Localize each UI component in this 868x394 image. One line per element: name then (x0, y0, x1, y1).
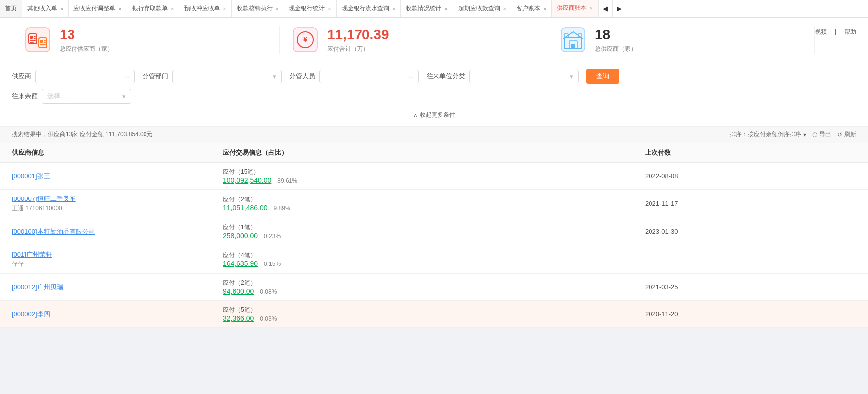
table-row[interactable]: [001]广州荣轩 仔仔 应付（4笔） 164,635.90 0.15% (0, 245, 868, 274)
table-row[interactable]: [000002]李四 应付（5笔） 32,366.00 0.03% 2020-1… (0, 301, 868, 328)
balance-label: 往来余额 (12, 92, 38, 101)
nav-tab-collection[interactable]: 收款核销执行 × (232, 0, 284, 18)
close-supplier-ledger[interactable]: × (589, 5, 592, 11)
table-row[interactable]: [000001]张三 应付（15笔） 100,092,540.00 89.61%… (0, 163, 868, 190)
refresh-button[interactable]: ↺ 刷新 (837, 131, 856, 139)
supplier-link-2[interactable]: [000100]本特勤油品有限公司 (12, 228, 95, 235)
tx-amount-1[interactable]: 11,051,486.00 (223, 204, 268, 212)
nav-tab-cash-flow-label: 现金银行流水查询 (342, 4, 389, 13)
tx-amount-2[interactable]: 258,000.00 (223, 232, 258, 240)
nav-tab-prepay[interactable]: 预收冲应收单 × (179, 0, 231, 18)
stat-number-total-payable: 11,170.39 (327, 26, 389, 43)
last-pay-4: 2021-03-25 (645, 283, 856, 291)
svg-rect-18 (571, 44, 575, 49)
nav-tab-supplier-ledger[interactable]: 供应商账本 × (552, 0, 598, 18)
col-header-tx: 应付交易信息（占比） (223, 148, 645, 157)
person-input[interactable]: ··· (319, 70, 419, 83)
supplier-link-0[interactable]: [000001]张三 (12, 172, 50, 180)
results-bar: 搜索结果中，供应商13家 应付金额 111,703,854.00元 排序：按应付… (0, 127, 868, 143)
tx-percent-1: 9.89% (274, 205, 290, 212)
stat-label-payable-suppliers: 总应付供应商（家） (60, 45, 113, 53)
table-row[interactable]: [000012]广州贝瑞 应付（2笔） 94,600.00 0.08% 2021… (0, 274, 868, 301)
nav-prev-arrow[interactable]: ◀ (598, 0, 612, 18)
nav-tab-bank-label: 银行存取款单 (132, 4, 168, 13)
nav-tab-customer-ledger-label: 客户账本 (516, 4, 540, 13)
nav-tab-supplier-ledger-label: 供应商账本 (557, 4, 586, 12)
stat-card-total-payable: ¥ 11,170.39 应付合计（万） (280, 26, 547, 54)
close-collection-stats[interactable]: × (444, 6, 447, 12)
close-adjustments[interactable]: × (118, 6, 121, 12)
tx-amount-0[interactable]: 100,092,540.00 (223, 176, 271, 184)
tx-amount-3[interactable]: 164,635.90 (223, 260, 258, 267)
supplier-sub-1: 王通 17106110000 (12, 204, 223, 213)
sort-control[interactable]: 排序：按应付余额倒序排序 ▾ (730, 131, 806, 139)
svg-rect-5 (30, 40, 36, 41)
close-overdue[interactable]: × (503, 6, 506, 12)
nav-tab-home[interactable]: 首页 (0, 0, 22, 18)
stat-number-payable-suppliers: 13 (60, 26, 113, 43)
table-row[interactable]: [000007]恒旺二手叉车 王通 17106110000 应付（2笔） 11,… (0, 190, 868, 218)
nav-tab-overdue[interactable]: 超期应收款查询 × (453, 0, 511, 18)
nav-tab-bank[interactable]: 银行存取款单 × (127, 0, 179, 18)
supplier-sub-3: 仔仔 (12, 260, 223, 268)
results-info: 搜索结果中，供应商13家 应付金额 111,703,854.00元 (12, 131, 152, 139)
supplier-link-5[interactable]: [000002]李四 (12, 310, 50, 318)
filter-item-person: 分管人员 ··· (289, 70, 419, 83)
table-row[interactable]: [000100]本特勤油品有限公司 应付（1笔） 258,000.00 0.23… (0, 218, 868, 245)
svg-rect-2 (30, 36, 33, 39)
supplier-link-4[interactable]: [000012]广州贝瑞 (12, 283, 63, 291)
collapse-bar[interactable]: ∧ 收起更多条件 (12, 109, 856, 121)
supplier-link-1[interactable]: [000007]恒旺二手叉车 (12, 195, 76, 202)
supplier-info-3: [001]广州荣轩 仔仔 (12, 250, 223, 268)
close-bank[interactable]: × (171, 6, 174, 12)
nav-tab-cash-flow[interactable]: 现金银行流水查询 × (337, 0, 401, 18)
dept-input[interactable]: ▾ (172, 70, 282, 83)
filter-row-1: 供应商 ··· 分管部门 ▾ 分管人员 ··· 往来单位分类 (12, 69, 856, 84)
tx-info-3: 应付（4笔） 164,635.90 0.15% (223, 251, 645, 267)
close-cash-flow[interactable]: × (392, 6, 395, 12)
help-link[interactable]: 帮助 (844, 28, 856, 36)
nav-tab-cash-stats-label: 现金银行统计 (289, 4, 325, 13)
tx-percent-0: 89.61% (277, 177, 297, 184)
supplier-link-3[interactable]: [001]广州荣轩 (12, 251, 52, 258)
video-link[interactable]: 视频 (815, 28, 827, 36)
stat-info-total-payable: 11,170.39 应付合计（万） (327, 26, 389, 54)
supplier-info-0: [000001]张三 (12, 172, 223, 181)
svg-rect-3 (34, 36, 36, 37)
person-label: 分管人员 (289, 72, 315, 81)
filter-item-supplier: 供应商 ··· (12, 70, 135, 83)
close-collection[interactable]: × (276, 6, 279, 12)
nav-next-arrow[interactable]: ▶ (612, 0, 626, 18)
tx-amount-4[interactable]: 94,600.00 (223, 287, 254, 295)
tx-info-1: 应付（2笔） 11,051,486.00 9.89% (223, 196, 645, 212)
filter-item-dept: 分管部门 ▾ (143, 70, 282, 83)
supplier-table: 供应商信息 应付交易信息（占比） 上次付数 [000001]张三 应付（15笔）… (0, 143, 868, 328)
nav-tab-collection-label: 收款核销执行 (237, 4, 273, 13)
close-customer-ledger[interactable]: × (543, 6, 546, 12)
nav-tab-home-label: 首页 (5, 4, 17, 13)
nav-tab-other-income[interactable]: 其他收入单 × (22, 0, 69, 18)
total-payable-icon: ¥ (291, 26, 319, 54)
table-header: 供应商信息 应付交易信息（占比） 上次付数 (0, 143, 868, 163)
export-icon: ⬡ (812, 131, 817, 138)
close-other-income[interactable]: × (60, 6, 63, 12)
nav-tab-adjustments[interactable]: 应收应付调整单 × (69, 0, 127, 18)
nav-tab-customer-ledger[interactable]: 客户账本 × (511, 0, 552, 18)
close-cash-stats[interactable]: × (328, 6, 331, 12)
nav-tab-cash-stats[interactable]: 现金银行统计 × (284, 0, 336, 18)
close-prepay[interactable]: × (223, 6, 226, 12)
category-input[interactable]: ▾ (469, 70, 579, 83)
query-button[interactable]: 查询 (586, 69, 619, 84)
last-pay-0: 2022-08-08 (645, 172, 856, 180)
last-pay-5: 2020-11-20 (645, 310, 856, 318)
col-header-supplier: 供应商信息 (12, 148, 223, 157)
nav-tab-collection-stats[interactable]: 收款情况统计 × (401, 0, 453, 18)
supplier-input[interactable]: ··· (35, 70, 135, 83)
tx-label-3: 应付（4笔） (223, 251, 645, 260)
supplier-info-2: [000100]本特勤油品有限公司 (12, 227, 223, 236)
category-label: 往来单位分类 (427, 72, 465, 81)
export-button[interactable]: ⬡ 导出 (812, 131, 831, 139)
balance-input[interactable]: 选择... ▾ (42, 89, 131, 104)
tx-amount-5[interactable]: 32,366.00 (223, 314, 254, 322)
stats-bar: 13 总应付供应商（家） ¥ 11,170.39 应付合计（万） (0, 18, 868, 62)
